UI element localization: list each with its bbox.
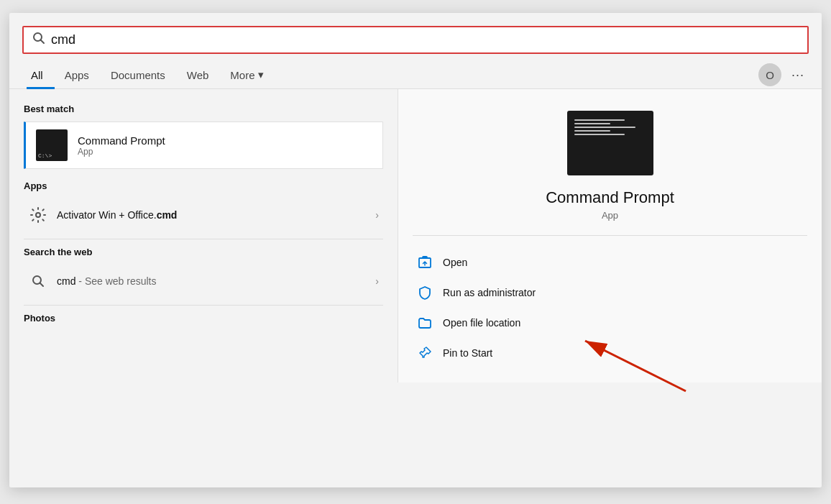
cmd-app-icon: C:\>	[36, 129, 68, 161]
action-pin-start[interactable]: Pin to Start	[413, 338, 807, 368]
tabs-bar: All Apps Documents Web More ▾ O ···	[9, 61, 822, 89]
web-search-item[interactable]: cmd - See web results ›	[24, 265, 383, 298]
activator-app-label: Activator Win + Office.cmd	[57, 209, 375, 221]
cortana-button[interactable]: O	[758, 63, 781, 86]
best-match-app-name: Command Prompt	[78, 134, 165, 147]
tab-documents[interactable]: Documents	[106, 62, 177, 88]
pin-icon	[417, 345, 433, 361]
best-match-app-type: App	[78, 147, 165, 157]
tabs-right: O ···	[758, 63, 804, 86]
right-panel-app-type: App	[602, 210, 618, 221]
web-search-title: Search the web	[24, 247, 383, 257]
open-label: Open	[443, 257, 467, 268]
left-column: Best match C:\> Command Prompt App Apps	[9, 89, 398, 382]
open-icon	[417, 255, 433, 270]
svg-point-2	[36, 213, 40, 217]
web-item-arrow-icon: ›	[375, 275, 379, 287]
search-panel: All Apps Documents Web More ▾ O ···	[9, 13, 822, 487]
cmd-preview-icon	[567, 111, 653, 175]
apps-section-title: Apps	[24, 180, 383, 191]
tab-apps[interactable]: Apps	[60, 62, 101, 88]
divider-2	[24, 305, 383, 306]
divider-1	[24, 239, 383, 239]
tab-all[interactable]: All	[27, 62, 55, 88]
shield-icon	[417, 285, 433, 301]
web-search-icon	[28, 271, 48, 291]
more-options-button[interactable]: ···	[791, 68, 804, 83]
right-panel-app-name: Command Prompt	[546, 188, 674, 207]
pin-start-label: Pin to Start	[443, 347, 492, 359]
best-match-item[interactable]: C:\> Command Prompt App	[24, 122, 383, 169]
open-location-label: Open file location	[443, 317, 520, 329]
content-area: Best match C:\> Command Prompt App Apps	[9, 89, 822, 382]
svg-line-1	[41, 40, 45, 44]
svg-line-4	[40, 283, 44, 287]
apps-list-item[interactable]: Activator Win + Office.cmd ›	[24, 198, 383, 232]
apps-item-arrow-icon: ›	[375, 209, 379, 221]
web-search-label: cmd - See web results	[57, 275, 157, 287]
photos-section-title: Photos	[24, 313, 383, 324]
tab-more[interactable]: More ▾	[226, 61, 275, 88]
run-admin-label: Run as administrator	[443, 287, 536, 298]
tab-web[interactable]: Web	[183, 62, 221, 88]
right-column: Command Prompt App Open	[398, 89, 822, 382]
folder-icon	[417, 315, 433, 331]
search-bar	[22, 26, 809, 54]
action-list: Open Run as administrator	[413, 247, 807, 368]
best-match-title: Best match	[24, 104, 383, 114]
activator-app-icon	[28, 205, 48, 225]
right-divider	[413, 235, 807, 236]
action-open-location[interactable]: Open file location	[413, 308, 807, 338]
chevron-down-icon: ▾	[258, 68, 264, 81]
action-run-admin[interactable]: Run as administrator	[413, 278, 807, 308]
action-open[interactable]: Open	[413, 247, 807, 278]
search-icon	[32, 32, 45, 48]
search-input[interactable]	[51, 32, 166, 47]
